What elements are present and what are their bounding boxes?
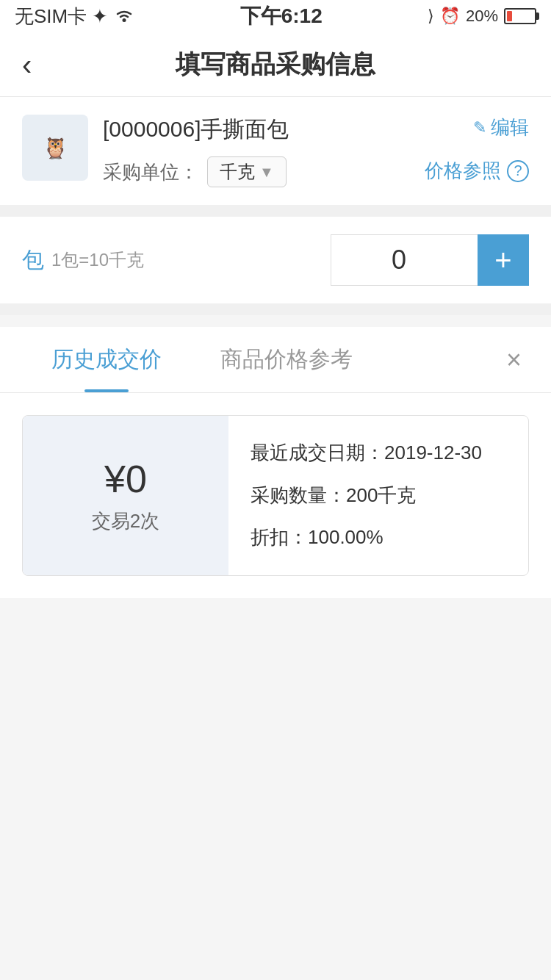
alarm-icon: ⏰ bbox=[440, 7, 460, 26]
svg-point-0 bbox=[123, 18, 126, 22]
empty-content-area bbox=[0, 598, 551, 980]
price-card: ¥0 交易2次 最近成交日期：2019-12-30 采购数量：200千克 折扣：… bbox=[22, 415, 529, 576]
help-icon: ? bbox=[507, 160, 529, 182]
price-card-right: 最近成交日期：2019-12-30 采购数量：200千克 折扣：100.00% bbox=[228, 416, 528, 575]
battery-icon bbox=[504, 8, 536, 24]
tab-history-label: 历史成交价 bbox=[51, 347, 162, 371]
status-right: ⟩ ⏰ 20% bbox=[428, 7, 536, 26]
tabs-section: 历史成交价 商品价格参考 × ¥0 交易2次 最近成交日期：2019-12-30… bbox=[0, 327, 551, 598]
quantity-input[interactable] bbox=[331, 234, 478, 286]
price-card-left: ¥0 交易2次 bbox=[23, 416, 228, 575]
product-unit-row: 采购单位： 千克 ▼ bbox=[103, 156, 289, 187]
edit-button[interactable]: ✎ 编辑 bbox=[473, 115, 529, 140]
nav-header: ‹ 填写商品采购信息 bbox=[0, 32, 551, 97]
product-top: 🦉 [0000006]手撕面包 采购单位： 千克 ▼ ✎ 编辑 价格参照 bbox=[22, 115, 529, 187]
quantity-row: 包 1包=10千克 + bbox=[0, 217, 551, 303]
discount-label: 折扣： bbox=[251, 526, 308, 548]
unit-value: 千克 bbox=[220, 160, 255, 184]
package-conversion: 1包=10千克 bbox=[51, 248, 144, 272]
tab-reference-label: 商品价格参考 bbox=[220, 347, 353, 371]
discount-value: 100.00% bbox=[308, 526, 383, 548]
tab-product-reference[interactable]: 商品价格参考 bbox=[191, 327, 382, 392]
price-ref-label: 价格参照 bbox=[425, 158, 501, 184]
battery-fill bbox=[507, 11, 512, 21]
tabs-header: 历史成交价 商品价格参考 × bbox=[0, 327, 551, 393]
product-name: [0000006]手撕面包 bbox=[103, 115, 289, 145]
tab-close-button[interactable]: × bbox=[499, 330, 529, 390]
edit-icon: ✎ bbox=[473, 118, 486, 137]
quantity-label: 包 1包=10千克 bbox=[22, 245, 144, 275]
battery-percent: 20% bbox=[466, 7, 498, 26]
discount-row: 折扣：100.00% bbox=[251, 522, 506, 553]
edit-label: 编辑 bbox=[491, 115, 529, 140]
page-title: 填写商品采购信息 bbox=[176, 48, 375, 82]
recent-date-label: 最近成交日期： bbox=[251, 442, 384, 464]
transaction-count: 交易2次 bbox=[92, 508, 159, 534]
package-icon: 包 bbox=[22, 245, 44, 275]
product-thumb-icon: 🦉 bbox=[43, 136, 68, 160]
product-left: 🦉 [0000006]手撕面包 采购单位： 千克 ▼ bbox=[22, 115, 289, 187]
quantity-input-group: + bbox=[331, 234, 529, 286]
recent-date-value: 2019-12-30 bbox=[384, 442, 482, 464]
status-left: 无SIM卡 ✦ bbox=[15, 4, 134, 29]
carrier-text: 无SIM卡 ✦ bbox=[15, 4, 108, 29]
quantity-plus-button[interactable]: + bbox=[478, 234, 529, 286]
status-time: 下午6:12 bbox=[240, 2, 323, 30]
price-amount: ¥0 bbox=[104, 457, 147, 501]
tab-history-price[interactable]: 历史成交价 bbox=[22, 327, 191, 392]
status-bar: 无SIM卡 ✦ 下午6:12 ⟩ ⏰ 20% bbox=[0, 0, 551, 32]
wifi-icon bbox=[114, 5, 134, 28]
product-thumbnail: 🦉 bbox=[22, 115, 88, 181]
section-divider-2 bbox=[0, 303, 551, 315]
unit-label: 采购单位： bbox=[103, 159, 198, 185]
unit-arrow-icon: ▼ bbox=[259, 164, 274, 181]
purchase-qty-row: 采购数量：200千克 bbox=[251, 480, 506, 511]
section-divider bbox=[0, 205, 551, 217]
unit-selector[interactable]: 千克 ▼ bbox=[207, 156, 287, 187]
product-card: 🦉 [0000006]手撕面包 采购单位： 千克 ▼ ✎ 编辑 价格参照 bbox=[0, 97, 551, 205]
product-info: [0000006]手撕面包 采购单位： 千克 ▼ bbox=[103, 115, 289, 187]
price-reference-button[interactable]: 价格参照 ? bbox=[425, 158, 529, 184]
back-button[interactable]: ‹ bbox=[22, 50, 32, 79]
recent-date-row: 最近成交日期：2019-12-30 bbox=[251, 438, 506, 469]
purchase-qty-value: 200千克 bbox=[346, 484, 416, 506]
price-card-container: ¥0 交易2次 最近成交日期：2019-12-30 采购数量：200千克 折扣：… bbox=[0, 393, 551, 598]
location-icon: ⟩ bbox=[428, 7, 434, 26]
purchase-qty-label: 采购数量： bbox=[251, 484, 346, 506]
